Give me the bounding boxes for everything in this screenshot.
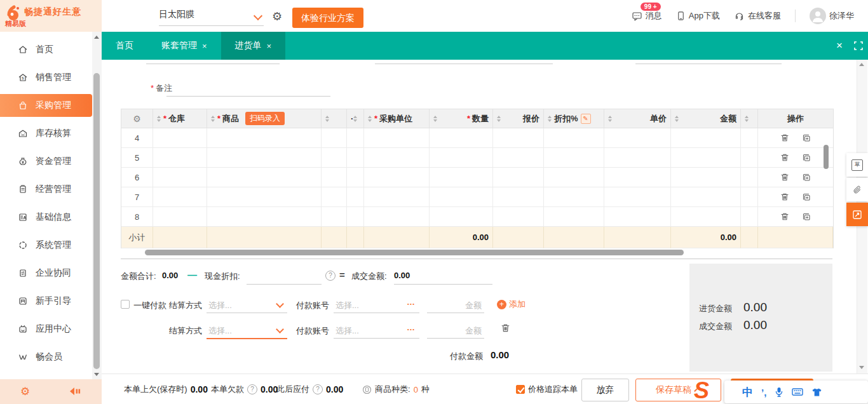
sort-icon[interactable]	[548, 116, 552, 122]
col-discount[interactable]: 折扣%✎	[544, 109, 604, 128]
copy-row-icon[interactable]	[802, 212, 811, 221]
ime-mic-icon[interactable]	[775, 387, 783, 397]
sort-icon[interactable]	[433, 116, 437, 122]
industry-solution-button[interactable]: 体验行业方案	[292, 8, 363, 28]
sidebar-settings-icon[interactable]: ⚙	[20, 385, 30, 398]
table-cell[interactable]	[153, 148, 207, 168]
table-cell[interactable]	[493, 168, 544, 187]
table-cell[interactable]	[207, 148, 322, 168]
sidebar-item-purchase[interactable]: 采购管理	[0, 94, 92, 117]
tab-account-management[interactable]: 账套管理 ×	[147, 32, 221, 60]
sidebar-scroll-thumb[interactable]	[93, 73, 100, 369]
delete-row-icon[interactable]	[780, 133, 789, 142]
table-cell[interactable]	[153, 168, 207, 187]
draft-list-button[interactable]: 草	[846, 153, 868, 177]
column-settings-icon[interactable]: ⚙	[133, 114, 141, 124]
table-cell[interactable]	[544, 128, 604, 148]
delete-payment-icon[interactable]	[501, 323, 510, 333]
discount-edit-icon[interactable]: ✎	[581, 114, 591, 124]
table-cell[interactable]	[493, 128, 544, 148]
table-cell[interactable]	[347, 148, 364, 168]
table-horizontal-scroll-thumb[interactable]	[145, 250, 684, 255]
table-cell[interactable]	[544, 187, 604, 207]
scroll-down-icon[interactable]	[94, 373, 99, 376]
scan-entry-button[interactable]: 扫码录入	[245, 112, 285, 125]
table-cell[interactable]	[430, 128, 493, 148]
sort-icon[interactable]	[608, 116, 612, 122]
scroll-up-icon[interactable]	[94, 36, 99, 39]
attachment-button[interactable]	[846, 178, 868, 201]
table-cell[interactable]	[493, 207, 544, 227]
price-track-item[interactable]: 价格追踪本单	[516, 374, 578, 404]
ime-toolbox-icon[interactable]	[831, 388, 838, 396]
col-extra2[interactable]: ·	[347, 109, 364, 128]
sort-icon[interactable]	[497, 116, 501, 122]
table-cell[interactable]	[671, 128, 741, 148]
sidebar-item-member[interactable]: 畅会员	[0, 346, 92, 368]
sidebar-item-funds[interactable]: 资金管理	[0, 150, 92, 173]
more-icon[interactable]: …	[407, 323, 416, 332]
pay-account-select[interactable]: 选择...	[336, 300, 359, 311]
ime-logo[interactable]: S	[694, 377, 709, 404]
sidebar-item-inventory[interactable]: 库存核算	[0, 122, 92, 145]
copy-row-icon[interactable]	[802, 133, 811, 142]
table-cell[interactable]	[604, 128, 671, 148]
col-unit-price[interactable]: 单价	[604, 109, 671, 128]
delete-row-icon[interactable]	[780, 153, 789, 162]
table-vertical-scroll-thumb[interactable]	[824, 145, 829, 169]
ime-punctuation-icon[interactable]: ’,	[761, 387, 766, 398]
sidebar-item-app-center[interactable]: 应用中心	[0, 318, 92, 340]
expand-button[interactable]	[846, 203, 868, 226]
form-field-underline[interactable]	[146, 64, 280, 64]
table-cell[interactable]	[322, 128, 347, 148]
table-cell[interactable]	[671, 148, 741, 168]
delete-row-icon[interactable]	[780, 173, 789, 182]
copy-row-icon[interactable]	[802, 173, 811, 182]
table-cell[interactable]	[430, 168, 493, 187]
col-extra1[interactable]	[322, 109, 347, 128]
sort-icon[interactable]	[157, 116, 161, 122]
table-cell[interactable]	[322, 168, 347, 187]
table-cell[interactable]	[153, 187, 207, 207]
settle-method-select[interactable]: 选择...	[208, 300, 232, 311]
sidebar-item-sales[interactable]: $ 销售管理	[0, 66, 92, 89]
settle-method-select[interactable]: 选择...	[208, 325, 232, 337]
table-cell[interactable]	[207, 207, 322, 227]
delete-row-icon[interactable]	[780, 192, 789, 201]
col-extra3[interactable]	[741, 109, 758, 128]
deal-amount-input[interactable]	[394, 284, 492, 285]
table-cell[interactable]	[322, 187, 347, 207]
table-cell[interactable]	[741, 148, 758, 168]
table-cell[interactable]	[430, 148, 493, 168]
col-warehouse[interactable]: *仓库	[153, 109, 207, 128]
sort-icon[interactable]	[675, 116, 679, 122]
delete-row-icon[interactable]	[780, 212, 789, 221]
sort-icon[interactable]	[353, 116, 357, 122]
help-icon[interactable]: ?	[325, 271, 336, 281]
table-cell[interactable]	[347, 128, 364, 148]
tab-purchase-order[interactable]: 进货单 ×	[221, 32, 286, 60]
table-cell[interactable]	[364, 187, 430, 207]
scroll-down-icon[interactable]	[859, 366, 864, 369]
col-product[interactable]: *商品扫码录入	[207, 109, 322, 128]
copy-row-icon[interactable]	[802, 153, 811, 162]
remark-input[interactable]	[166, 96, 330, 97]
table-cell[interactable]	[364, 207, 430, 227]
sort-icon[interactable]	[745, 116, 749, 122]
table-cell[interactable]	[493, 187, 544, 207]
app-download-item[interactable]: App下载	[676, 10, 720, 22]
table-cell[interactable]	[741, 128, 758, 148]
close-all-icon[interactable]: ×	[836, 39, 843, 52]
table-cell[interactable]	[671, 207, 741, 227]
table-cell[interactable]	[493, 148, 544, 168]
account-select[interactable]: 日太阳膜	[159, 9, 264, 26]
sort-icon[interactable]	[211, 116, 215, 122]
tab-close-icon[interactable]: ×	[202, 41, 207, 51]
sort-icon[interactable]	[368, 116, 372, 122]
table-cell[interactable]	[741, 187, 758, 207]
table-cell[interactable]	[741, 168, 758, 187]
table-cell[interactable]	[207, 187, 322, 207]
tab-home[interactable]: 首页	[102, 32, 147, 60]
form-field-underline[interactable]	[375, 64, 553, 64]
table-cell[interactable]	[604, 187, 671, 207]
